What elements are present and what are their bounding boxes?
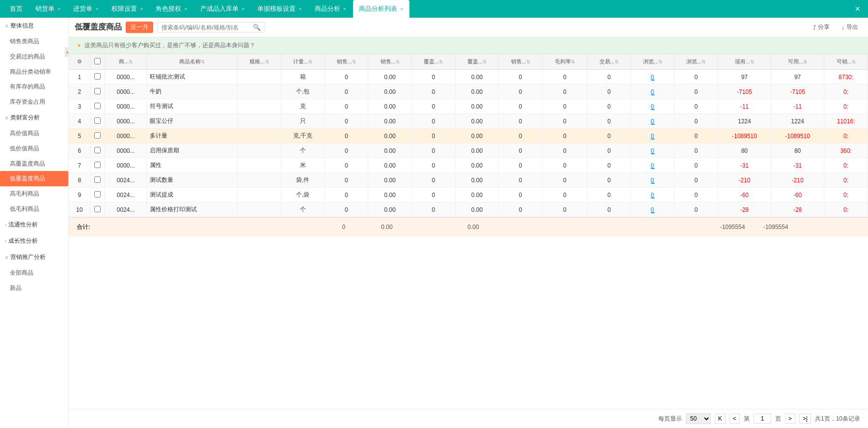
sidebar-section-overall[interactable]: ∨ 整体信息 bbox=[0, 18, 68, 34]
td-stock3: 0: bbox=[824, 173, 868, 188]
select-all-checkbox[interactable] bbox=[94, 58, 101, 64]
td-sales2: 0.00 bbox=[368, 188, 412, 202]
per-page-select[interactable]: 50 100 200 bbox=[686, 413, 711, 424]
td-cover2: 0.00 bbox=[455, 158, 499, 173]
td-checkbox[interactable] bbox=[90, 188, 105, 202]
td-stock1: -7105 bbox=[718, 85, 771, 99]
sidebar-section-growth[interactable]: › 成长性分析 bbox=[0, 233, 68, 249]
td-checkbox[interactable] bbox=[90, 202, 105, 217]
nav-close-role[interactable]: × bbox=[184, 0, 187, 18]
td-browse2: 0 bbox=[675, 173, 718, 188]
nav-close-product-warehouse[interactable]: × bbox=[242, 0, 244, 18]
nav-purchase-order[interactable]: 进货单 × bbox=[67, 0, 104, 18]
sidebar-item-high-margin[interactable]: 高毛利商品 bbox=[0, 186, 68, 201]
td-browse1[interactable]: 0̲ bbox=[631, 202, 675, 217]
page-number-input[interactable] bbox=[754, 414, 771, 424]
td-checkbox[interactable] bbox=[90, 99, 105, 114]
sidebar-section-flow[interactable]: › 流通性分析 bbox=[0, 217, 68, 233]
td-browse1[interactable]: 0̲ bbox=[631, 188, 675, 202]
td-margin: 0 bbox=[542, 85, 587, 99]
td-sales2: 0.00 bbox=[368, 129, 412, 143]
nav-close-permissions[interactable]: × bbox=[140, 0, 143, 18]
sidebar-item-low-margin[interactable]: 低毛利商品 bbox=[0, 201, 68, 217]
sidebar-item-low-coverage[interactable]: 低覆盖度商品 bbox=[0, 171, 68, 186]
sidebar-item-category-rate[interactable]: 商品分类动销率 bbox=[0, 64, 68, 80]
td-browse1[interactable]: 0̲ bbox=[631, 158, 675, 173]
nav-product-analysis[interactable]: 商品分析 × bbox=[309, 0, 352, 18]
export-button[interactable]: ↓ 导出 bbox=[838, 22, 862, 33]
th-spec: 规格...⇅ bbox=[238, 54, 281, 70]
sidebar-item-sales-goods[interactable]: 销售类商品 bbox=[0, 34, 68, 49]
sidebar-section-marketing[interactable]: ∨ 营销推广分析 bbox=[0, 249, 68, 265]
th-stock3: 可销...⇅ bbox=[824, 54, 868, 70]
td-browse1[interactable]: 0̲ bbox=[631, 70, 675, 85]
td-cover1: 0 bbox=[412, 85, 456, 99]
th-settings[interactable]: ⚙ bbox=[69, 54, 90, 70]
sidebar-item-stocked-goods[interactable]: 有库存的商品 bbox=[0, 79, 68, 94]
page-label: 第 bbox=[744, 415, 750, 423]
td-browse1[interactable]: 0̲ bbox=[631, 129, 675, 143]
table-container[interactable]: ⚙ 商...⇅ 商品名称⇅ 规格...⇅ 计量...⇅ 销售...⇅ 销售...… bbox=[69, 54, 868, 409]
td-checkbox[interactable] bbox=[90, 143, 105, 158]
td-sales3: 0 bbox=[499, 85, 542, 99]
nav-product-analysis-list[interactable]: 商品分析列表 × bbox=[353, 0, 409, 18]
td-margin: 0 bbox=[542, 143, 587, 158]
td-cover2: 0.00 bbox=[455, 202, 499, 217]
next-page-button[interactable]: > bbox=[785, 414, 795, 424]
nav-main-close[interactable]: × bbox=[851, 4, 864, 14]
td-code: 0000... bbox=[105, 114, 146, 129]
nav-close-analysis[interactable]: × bbox=[343, 0, 346, 18]
td-sales1: 0 bbox=[325, 173, 368, 188]
nav-close-purchase[interactable]: × bbox=[95, 0, 98, 18]
nav-close-template[interactable]: × bbox=[298, 0, 301, 18]
share-button[interactable]: ⤴ 分享 bbox=[809, 22, 834, 33]
sidebar-section-inventory[interactable]: ∨ 类财富分析 bbox=[0, 110, 68, 126]
td-browse1[interactable]: 0̲ bbox=[631, 85, 675, 99]
td-cover2: 0.00 bbox=[455, 70, 499, 85]
td-stock2: 97 bbox=[771, 70, 824, 85]
chevron-down-icon-2: ∨ bbox=[5, 115, 8, 120]
td-browse1[interactable]: 0̲ bbox=[631, 143, 675, 158]
sidebar-item-high-coverage[interactable]: 高覆盖度商品 bbox=[0, 156, 68, 171]
th-stock2: 可用...⇅ bbox=[771, 54, 824, 70]
last-page-button[interactable]: >| bbox=[799, 414, 811, 424]
table-footer: 合计: 0 0.00 0.00 -1095554 -1095554 bbox=[69, 217, 868, 236]
td-browse1[interactable]: 0̲ bbox=[631, 99, 675, 114]
td-name: 多计量 bbox=[146, 129, 237, 143]
td-checkbox[interactable] bbox=[90, 158, 105, 173]
nav-template-settings[interactable]: 单据模板设置 × bbox=[251, 0, 307, 18]
nav-product-warehouse[interactable]: 产成品入库单 × bbox=[194, 0, 250, 18]
td-sales3: 0 bbox=[499, 202, 542, 217]
nav-close-sales[interactable]: × bbox=[57, 0, 60, 18]
td-code: 0000... bbox=[105, 158, 146, 173]
time-filter-button[interactable]: 近一月 bbox=[126, 22, 153, 33]
td-code: 0000... bbox=[105, 85, 146, 99]
td-checkbox[interactable] bbox=[90, 70, 105, 85]
sidebar-item-low-value[interactable]: 低价值商品 bbox=[0, 141, 68, 156]
td-checkbox[interactable] bbox=[90, 173, 105, 188]
prev-page-button[interactable]: < bbox=[730, 414, 740, 424]
th-checkbox[interactable] bbox=[90, 54, 105, 70]
nav-permissions[interactable]: 权限设置 × bbox=[106, 0, 149, 18]
td-sales2: 0.00 bbox=[368, 173, 412, 188]
td-stock3: 0: bbox=[824, 129, 868, 143]
first-page-button[interactable]: K bbox=[715, 414, 726, 424]
td-browse1[interactable]: 0̲ bbox=[631, 173, 675, 188]
sidebar-item-stock-capital[interactable]: 库存资金占用 bbox=[0, 94, 68, 110]
sidebar-item-new-goods[interactable]: 新品 bbox=[0, 281, 68, 296]
td-browse1[interactable]: 0̲ bbox=[631, 114, 675, 129]
sidebar-item-all-goods[interactable]: 全部商品 bbox=[0, 265, 68, 281]
sidebar-item-traded-goods[interactable]: 交易过的商品 bbox=[0, 49, 68, 64]
nav-close-analysis-list[interactable]: × bbox=[400, 0, 403, 18]
nav-role-auth[interactable]: 角色授权 × bbox=[150, 0, 193, 18]
nav-sales-order[interactable]: 销货单 × bbox=[29, 0, 66, 18]
td-checkbox[interactable] bbox=[90, 85, 105, 99]
nav-home[interactable]: 首页 bbox=[4, 0, 28, 18]
td-checkbox[interactable] bbox=[90, 114, 105, 129]
sidebar-collapse-button[interactable]: « bbox=[65, 47, 69, 57]
sidebar-item-high-value[interactable]: 高价值商品 bbox=[0, 126, 68, 141]
top-navigation: 首页 销货单 × 进货单 × 权限设置 × 角色授权 × 产成品入库单 × 单据… bbox=[0, 0, 868, 18]
search-input[interactable] bbox=[162, 24, 253, 31]
td-checkbox[interactable] bbox=[90, 129, 105, 143]
td-code: 0000... bbox=[105, 70, 146, 85]
